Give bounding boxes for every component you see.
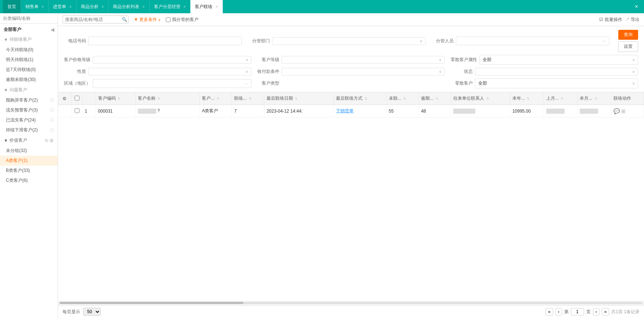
row-chat-icon[interactable]: 💬 [613, 108, 620, 114]
filter-payment: 收付款条件 ∨ [257, 68, 445, 75]
filter-retail-attr: 零散客户属性 全部 ∨ [451, 55, 638, 65]
close-goods-analysis-list-tab[interactable]: × [142, 4, 144, 9]
select-all-checkbox[interactable] [75, 96, 79, 100]
sidebar-item-declining[interactable]: 持续下滑客户(2) ⓘ [0, 125, 58, 135]
row-qr-icon[interactable]: ⊞ [621, 108, 626, 114]
filter-manager-label: 分管人员 [432, 38, 454, 44]
filter-price-level-select[interactable]: ∨ [93, 56, 251, 64]
th-code[interactable]: 客户编码 ⇅ [96, 92, 135, 105]
filter-nature-select[interactable]: ∨ [88, 68, 251, 75]
filter-customer-level-select[interactable]: ∨ [282, 56, 445, 64]
th-last-contact-date[interactable]: 最后联络日期 ⇅ [264, 92, 334, 105]
close-purchase-tab[interactable]: × [69, 4, 71, 9]
no-contact-sort-icon: ⇅ [403, 97, 406, 100]
close-customer-tier-tab[interactable]: × [183, 4, 186, 9]
tab-customer-tier[interactable]: 客户分层经营 × [150, 0, 190, 13]
my-customers-checkbox[interactable] [166, 17, 171, 22]
tab-customer-contact[interactable]: 客户联络 × [190, 0, 222, 13]
horizontal-scrollbar[interactable] [58, 301, 644, 305]
query-button[interactable]: 查询 [618, 30, 638, 40]
page-number-input[interactable] [571, 308, 584, 315]
sidebar-item-a-class[interactable]: A类客户(1) [0, 156, 58, 166]
next-page-button[interactable]: › [593, 308, 600, 315]
sidebar-item-7day-pending[interactable]: 近7天待联络(0) [0, 65, 58, 75]
last-page-button[interactable]: » [602, 308, 609, 315]
th-last-unit-contact[interactable]: 往来单位联系人 ⇅ [451, 92, 510, 105]
th-type[interactable]: 客户... ⇅ [200, 92, 232, 105]
th-contact[interactable]: 联络... ⇅ [232, 92, 264, 105]
last-month-sort-icon: ⇅ [561, 97, 564, 100]
refresh-icon[interactable]: ↻ [45, 138, 49, 143]
first-page-button[interactable]: « [545, 308, 553, 315]
window-controls: × [632, 3, 641, 10]
value-section-icons: ↻ 🗎 [45, 138, 54, 143]
close-customer-contact-tab[interactable]: × [215, 4, 218, 9]
filter-payment-select[interactable]: ∨ [282, 68, 445, 75]
sidebar-item-churned[interactable]: 已流失客户(24) ⓘ [0, 115, 58, 125]
th-this-month[interactable]: 本月... ⇅ [577, 92, 611, 105]
sidebar-item-hoard-abnormal[interactable]: 囤购异常客户(2) ⓘ [0, 95, 58, 105]
sidebar-item-ungrouped[interactable]: 未分组(32) [0, 146, 58, 156]
filter-status-select[interactable]: ∨ [475, 68, 638, 75]
th-settings[interactable]: ⚙ [58, 92, 71, 105]
sidebar-collapse-icon[interactable]: ◀ [51, 27, 54, 32]
search-input[interactable] [65, 17, 120, 22]
sidebar-item-churn-warning[interactable]: 流失预警客户(3) ⓘ [0, 105, 58, 115]
filter-phone-input[interactable] [88, 36, 242, 45]
sidebar-item-overdue-pending[interactable]: 逾期未联络(30) [0, 75, 58, 85]
filter-status: 状态 ∨ [451, 68, 638, 75]
th-last-month[interactable]: 上月... ⇅ [544, 92, 577, 105]
page-label-suffix: 页 [586, 309, 591, 315]
page-size-label: 每页显示 [62, 309, 80, 315]
last-contact-method-link[interactable]: 下销货单 [336, 108, 354, 113]
export-button[interactable]: ↗ 导出 [625, 17, 640, 23]
settings-gear-icon[interactable]: ⚙ [62, 96, 67, 101]
row-this-year-cell: 10995.00 [510, 105, 544, 117]
tab-goods-analysis[interactable]: 商品分析 × [76, 0, 108, 13]
th-no-contact[interactable]: 未联... ⇅ [386, 92, 419, 105]
filter-retail-customer-select[interactable]: 全部 ∨ [475, 78, 638, 88]
batch-operation-button[interactable]: ☑ 批量操作 [599, 17, 622, 23]
page-size-select[interactable]: 50 [83, 308, 101, 316]
th-name[interactable]: 客户名称 ⇅ [135, 92, 200, 105]
tab-purchase[interactable]: 进货单 × [49, 0, 76, 13]
sidebar-item-today-pending[interactable]: 今天待联络(0) [0, 45, 58, 55]
filter-retail-attr-select[interactable]: 全部 ∨ [479, 55, 638, 65]
settings-button[interactable]: 设置 [618, 41, 638, 52]
value-section-label: 价值客户 [10, 137, 27, 144]
window-close-button[interactable]: × [632, 3, 641, 10]
code-sort-icon: ⇅ [118, 97, 121, 100]
type-sort-icon: ⇅ [217, 97, 219, 100]
my-customers-checkbox-area[interactable]: 我分管的客户 [166, 17, 198, 23]
export-icon: ↗ [625, 17, 630, 22]
info-icon-3: ⓘ [50, 117, 54, 123]
retail-attr-value: 全部 [483, 57, 491, 63]
tab-home[interactable]: 首页 [3, 0, 21, 13]
toolbar-right-actions: ☑ 批量操作 ↗ 导出 [599, 17, 640, 23]
manager-dots-icon[interactable]: ··· [602, 38, 606, 43]
more-filter-button[interactable]: ▼ 更多条件 ∨ [132, 17, 163, 23]
scrollbar-thumb[interactable] [60, 302, 243, 304]
toolbar-search-icon[interactable]: 🔍 [122, 17, 127, 22]
close-goods-analysis-tab[interactable]: × [101, 4, 104, 9]
filter-manager-select[interactable]: ··· [456, 36, 609, 45]
th-last-contact-method[interactable]: 最后联络方式 ⇅ [334, 92, 386, 105]
add-group-icon[interactable]: 🗎 [50, 138, 54, 143]
sidebar-search-input[interactable] [3, 16, 58, 21]
sidebar-item-b-class[interactable]: B类客户(33) [0, 166, 58, 176]
toolbar-search-box: 🔍 [62, 15, 129, 24]
tab-sales[interactable]: 销售单 × [21, 0, 49, 13]
filter-region-select[interactable]: ··· [93, 79, 251, 88]
th-overdue[interactable]: 逾期... ⇅ [419, 92, 451, 105]
filter-dept-select[interactable]: ∨ [272, 37, 426, 45]
sidebar-item-tomorrow-pending[interactable]: 明天待联络(1) [0, 55, 58, 65]
row-checkbox[interactable] [75, 108, 79, 113]
tab-goods-analysis-list[interactable]: 商品分析列表 × [108, 0, 149, 13]
close-sales-tab[interactable]: × [42, 4, 44, 9]
th-this-year[interactable]: 本年... ⇅ [510, 92, 544, 105]
prev-page-button[interactable]: ‹ [555, 308, 562, 315]
region-dots-icon[interactable]: ··· [244, 81, 248, 86]
filter-row-4: 区域（地区） ··· 客户类型 零散客户 全部 ∨ [64, 78, 638, 88]
this-year-sort-icon: ⇅ [527, 97, 530, 100]
sidebar-item-c-class[interactable]: C类客户(6) [0, 176, 58, 186]
